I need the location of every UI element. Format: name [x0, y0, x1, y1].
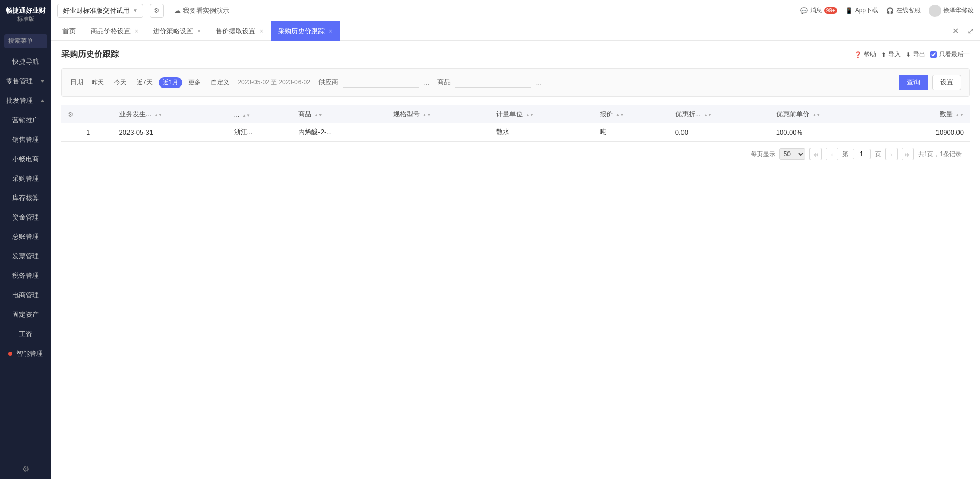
- th-qty[interactable]: 数量 ▲▼: [887, 105, 970, 123]
- th-extra[interactable]: ... ▲▼: [228, 105, 292, 123]
- sidebar-item-payroll[interactable]: 工资: [0, 324, 51, 344]
- sort-arrows-quote: ▲▼: [616, 113, 624, 117]
- date-option-last7[interactable]: 近7天: [133, 77, 157, 88]
- message-button[interactable]: 💬 消息 99+: [800, 6, 837, 15]
- sort-arrows-unit: ▲▼: [526, 113, 534, 117]
- sidebar-item-tax[interactable]: 税务管理: [0, 266, 51, 286]
- th-product-label: 商品: [298, 110, 311, 118]
- sidebar-item-ecommerce[interactable]: 电商管理: [0, 286, 51, 305]
- only-last-checkbox[interactable]: [930, 51, 937, 58]
- message-label: 消息: [810, 6, 822, 15]
- sidebar-item-finance[interactable]: 资金管理: [0, 208, 51, 227]
- online-service-label: 在线客服: [896, 6, 921, 15]
- demo-button[interactable]: ☁ 我要看实例演示: [174, 6, 229, 15]
- tab-expand-button[interactable]: ⤢: [965, 24, 976, 38]
- filter-date-group: 日期 昨天 今天 近7天 近1月 更多 自定义 2023-05-02 至 202…: [70, 77, 310, 88]
- date-option-last1month[interactable]: 近1月: [159, 77, 183, 88]
- date-option-yesterday[interactable]: 昨天: [88, 77, 108, 88]
- prev-page-button[interactable]: ‹: [826, 148, 838, 160]
- date-option-today[interactable]: 今天: [110, 77, 131, 88]
- tab-purchase-history[interactable]: 采购历史价跟踪 ×: [271, 21, 340, 41]
- th-spec[interactable]: 规格型号 ▲▼: [387, 105, 491, 123]
- tab-purchase-strategy-close[interactable]: ×: [197, 28, 201, 35]
- tab-purchase-history-close[interactable]: ×: [329, 28, 332, 35]
- help-button[interactable]: ❓ 帮助: [854, 50, 876, 59]
- table-header-row: ⚙ 业务发生... ▲▼ ... ▲▼ 商品 ▲▼: [61, 105, 970, 123]
- phone-icon: 📱: [845, 7, 853, 14]
- sidebar-item-purchase[interactable]: 采购管理: [0, 169, 51, 188]
- export-icon: ⬇: [906, 51, 911, 58]
- tab-close-button[interactable]: ✕: [950, 24, 961, 38]
- sidebar-item-wholesale[interactable]: 批发管理 ▲: [0, 91, 51, 111]
- sidebar-item-retail[interactable]: 零售管理 ▼: [0, 72, 51, 91]
- sidebar-item-quick-nav[interactable]: 快捷导航: [0, 52, 51, 72]
- sidebar-item-invoice[interactable]: 发票管理: [0, 247, 51, 266]
- last-page-button[interactable]: ⏭: [902, 148, 914, 160]
- online-service-button[interactable]: 🎧 在线客服: [886, 6, 921, 15]
- table-gear-icon[interactable]: ⚙: [68, 111, 74, 118]
- date-option-more[interactable]: 更多: [184, 77, 205, 88]
- payroll-label: 工资: [19, 330, 32, 338]
- page-number-input[interactable]: [853, 149, 871, 159]
- date-option-custom[interactable]: 自定义: [207, 77, 233, 88]
- import-label: 导入: [888, 50, 901, 59]
- question-icon: ❓: [854, 51, 862, 58]
- supplier-dots[interactable]: ...: [423, 78, 430, 86]
- purchase-label: 采购管理: [12, 175, 39, 182]
- td-spec: [387, 123, 491, 141]
- search-menu-button[interactable]: 搜索菜单: [4, 34, 47, 48]
- tab-sale-price[interactable]: 售价提取设置 ×: [208, 21, 271, 41]
- chevron-up-icon: ▲: [40, 98, 45, 103]
- cloud-icon: ☁: [174, 7, 181, 14]
- sidebar-item-ledger[interactable]: 总账管理: [0, 227, 51, 247]
- import-button[interactable]: ⬆ 导入: [881, 50, 901, 59]
- query-button[interactable]: 查询: [899, 75, 928, 90]
- sidebar-item-marketing[interactable]: 营销推广: [0, 111, 51, 130]
- app-download-button[interactable]: 📱 App下载: [845, 6, 878, 15]
- sidebar-item-sales[interactable]: 销售管理: [0, 130, 51, 149]
- topbar-right: 💬 消息 99+ 📱 App下载 🎧 在线客服 徐泽华修改: [800, 5, 974, 17]
- supplier-input[interactable]: [343, 78, 419, 88]
- ecommerce-small-label: 小畅电商: [12, 155, 39, 163]
- sort-arrows-extra: ▲▼: [242, 114, 250, 118]
- tab-purchase-strategy[interactable]: 进价策略设置 ×: [146, 21, 208, 41]
- supplier-filter-label: 供应商: [318, 78, 338, 87]
- filter-settings-button[interactable]: 设置: [932, 75, 961, 90]
- th-product[interactable]: 商品 ▲▼: [292, 105, 387, 123]
- page-inner: 采购历史价跟踪 ❓ 帮助 ⬆ 导入 ⬇ 导出: [51, 41, 980, 479]
- user-profile-button[interactable]: 徐泽华修改: [929, 5, 974, 17]
- product-dots[interactable]: ...: [536, 78, 542, 86]
- headset-icon: 🎧: [886, 7, 894, 14]
- sidebar-settings-button[interactable]: ⚙: [22, 464, 29, 474]
- th-quote[interactable]: 报价 ▲▼: [593, 105, 669, 123]
- next-page-button[interactable]: ›: [885, 148, 898, 160]
- th-pre-discount-price[interactable]: 优惠前单价 ▲▼: [770, 105, 887, 123]
- per-page-select[interactable]: 50 10 20 100: [779, 148, 805, 160]
- table-row: 1 2023-05-31 浙江... 丙烯酸-2-... 散水 吨 0.00 1…: [61, 123, 970, 141]
- tab-price-close[interactable]: ×: [135, 28, 138, 35]
- tab-home[interactable]: 首页: [55, 21, 83, 41]
- sidebar-item-fixed-assets[interactable]: 固定资产: [0, 305, 51, 324]
- td-settings: [61, 123, 80, 141]
- th-discount-pct[interactable]: 优惠折... ▲▼: [669, 105, 770, 123]
- sidebar-search-area[interactable]: 搜索菜单: [0, 30, 51, 52]
- th-unit[interactable]: 计量单位 ▲▼: [490, 105, 593, 123]
- sidebar-item-inventory[interactable]: 库存核算: [0, 188, 51, 208]
- sort-arrows-spec: ▲▼: [422, 113, 431, 117]
- version-selector[interactable]: 好业财标准版交付试用 ▼: [57, 4, 143, 18]
- topbar-settings-button[interactable]: ⚙: [150, 4, 164, 18]
- th-biz-date[interactable]: 业务发生... ▲▼: [113, 105, 228, 123]
- sidebar-item-ecommerce-small[interactable]: 小畅电商: [0, 149, 51, 169]
- first-page-button[interactable]: ⏮: [809, 148, 822, 160]
- sidebar-item-smart[interactable]: 智能管理: [0, 344, 51, 363]
- sort-arrows-pre-discount: ▲▼: [812, 113, 820, 117]
- th-spec-label: 规格型号: [393, 110, 420, 118]
- filter-supplier-group: 供应商 ...: [318, 78, 430, 88]
- tab-sale-price-close[interactable]: ×: [260, 28, 263, 35]
- tab-purchase-history-label: 采购历史价跟踪: [278, 27, 325, 36]
- tab-price[interactable]: 商品价格设置 ×: [83, 21, 146, 41]
- product-input[interactable]: [455, 78, 531, 88]
- table-settings-col[interactable]: ⚙: [61, 105, 80, 123]
- export-button[interactable]: ⬇ 导出: [906, 50, 925, 59]
- date-options: 昨天 今天 近7天 近1月 更多 自定义: [88, 77, 233, 88]
